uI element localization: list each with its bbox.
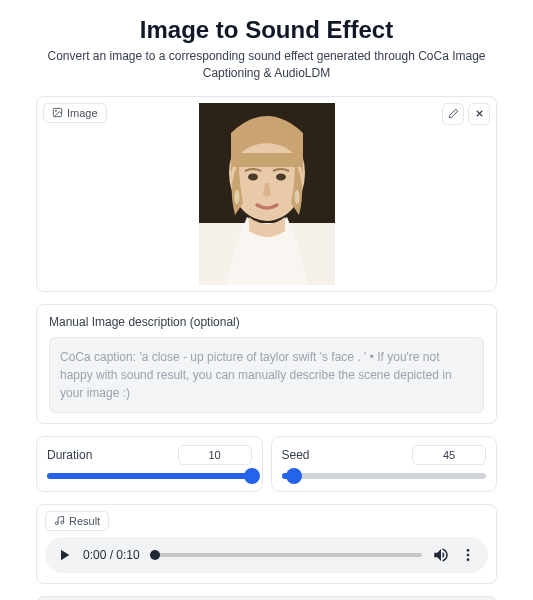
svg-point-14 <box>467 558 470 561</box>
app-root: Image to Sound Effect Convert an image t… <box>0 0 533 600</box>
description-panel: Manual Image description (optional) CoCa… <box>36 304 497 424</box>
slider-row: Duration Seed <box>36 436 497 492</box>
seed-slider[interactable] <box>282 473 487 479</box>
svg-point-1 <box>55 110 56 111</box>
audio-player: 0:00 / 0:10 <box>45 537 488 573</box>
svg-point-10 <box>55 522 58 525</box>
svg-point-9 <box>234 190 239 204</box>
svg-point-13 <box>467 553 470 556</box>
page-title: Image to Sound Effect <box>36 16 497 44</box>
seed-label: Seed <box>282 448 310 462</box>
svg-point-11 <box>61 521 64 524</box>
image-panel: Image <box>36 96 497 292</box>
clear-image-button[interactable] <box>468 103 490 125</box>
duration-slider-box: Duration <box>36 436 263 492</box>
description-label: Manual Image description (optional) <box>49 315 484 329</box>
duration-label: Duration <box>47 448 92 462</box>
duration-slider-fill <box>47 473 252 479</box>
svg-point-7 <box>276 173 286 180</box>
music-icon <box>54 515 65 526</box>
portrait-illustration <box>199 103 335 285</box>
kebab-icon <box>460 547 476 563</box>
svg-point-6 <box>248 173 258 180</box>
svg-point-8 <box>294 190 299 204</box>
edit-image-button[interactable] <box>442 103 464 125</box>
description-input[interactable]: CoCa caption: 'a close - up picture of t… <box>49 337 484 413</box>
duration-slider[interactable] <box>47 473 252 479</box>
image-label-text: Image <box>67 107 98 119</box>
result-label-text: Result <box>69 515 100 527</box>
seed-value-input[interactable] <box>412 445 486 465</box>
page-subtitle: Convert an image to a corresponding soun… <box>36 48 497 82</box>
svg-point-12 <box>467 549 470 552</box>
image-actions <box>442 103 490 125</box>
audio-scrubber[interactable] <box>150 553 422 557</box>
duration-slider-thumb[interactable] <box>244 468 260 484</box>
image-icon <box>52 107 63 118</box>
close-icon <box>474 108 485 119</box>
seed-slider-box: Seed <box>271 436 498 492</box>
seed-slider-thumb[interactable] <box>286 468 302 484</box>
pencil-icon <box>448 108 459 119</box>
result-panel: Result 0:00 / 0:10 <box>36 504 497 584</box>
result-label: Result <box>45 511 109 531</box>
volume-button[interactable] <box>432 546 450 564</box>
audio-scrubber-thumb[interactable] <box>150 550 160 560</box>
duration-value-input[interactable] <box>178 445 252 465</box>
play-icon <box>55 546 73 564</box>
audio-time: 0:00 / 0:10 <box>83 548 140 562</box>
svg-rect-5 <box>233 153 301 167</box>
generate-button[interactable]: Generate SFX from Image <box>36 596 497 600</box>
uploaded-image[interactable] <box>199 103 335 285</box>
volume-icon <box>432 546 450 564</box>
image-label: Image <box>43 103 107 123</box>
play-button[interactable] <box>55 546 73 564</box>
audio-menu-button[interactable] <box>460 547 476 563</box>
